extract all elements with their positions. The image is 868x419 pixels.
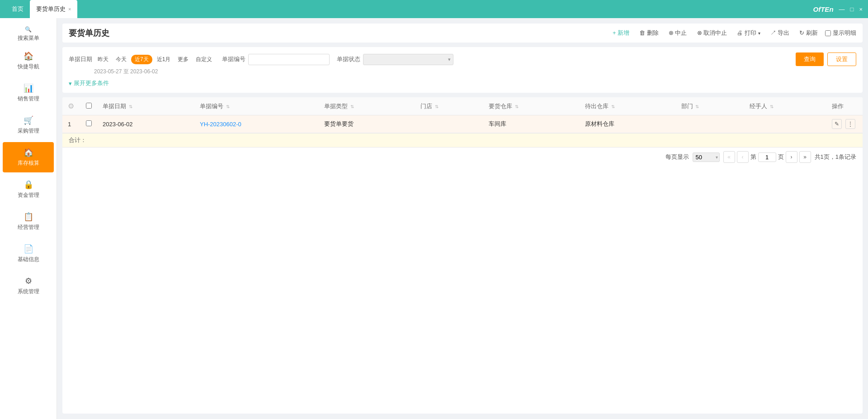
search-icon: 🔍 — [25, 26, 32, 33]
sidebar-item-operations[interactable]: 📋 经营管理 — [3, 206, 54, 237]
tab-home[interactable]: 首页 — [5, 0, 30, 18]
th-type-label: 单据类型 — [324, 103, 348, 110]
select-all-checkbox[interactable] — [86, 103, 92, 109]
tab-order-history[interactable]: 要货单历史 × — [30, 0, 77, 18]
stop-label: ⊗ 中止 — [669, 29, 687, 37]
date-shortcuts: 昨天 今天 近7天 近1月 更多 自定义 — [95, 55, 215, 64]
sort-handler-icon[interactable]: ⇅ — [770, 104, 774, 109]
export-button[interactable]: ↗ 导出 — [768, 27, 793, 39]
sidebar-item-basic[interactable]: 📄 基础信息 — [3, 238, 54, 269]
page-nav: « ‹ 第 页 › » — [723, 151, 811, 163]
orderno-filter: 单据编号 — [222, 54, 330, 65]
new-button[interactable]: + 新增 — [610, 27, 632, 39]
data-table: ⚙ 单据日期 ⇅ 单据编号 ⇅ — [62, 97, 863, 133]
th-ops: 操作 — [826, 97, 863, 115]
sidebar-item-sales-label: 销售管理 — [18, 95, 39, 103]
print-button[interactable]: 🖨 打印 ▾ — [734, 27, 763, 39]
shortcut-7days[interactable]: 近7天 — [131, 55, 152, 64]
system-icon: ⚙ — [25, 276, 32, 286]
th-orderno-label: 单据编号 — [200, 103, 223, 110]
sort-type-icon[interactable]: ⇅ — [350, 104, 354, 109]
orderno-input[interactable] — [248, 54, 330, 65]
sidebar-item-purchase[interactable]: 🛒 采购管理 — [3, 110, 54, 140]
row-select-checkbox[interactable] — [86, 120, 92, 126]
shortcut-custom[interactable]: 自定义 — [193, 55, 215, 64]
cancel-stop-label: ⊗ 取消中止 — [697, 29, 727, 37]
page-size-wrapper: 50 20 100 ▾ — [693, 152, 720, 162]
table-settings-icon[interactable]: ⚙ — [68, 102, 74, 110]
cancel-stop-button[interactable]: ⊗ 取消中止 — [694, 27, 730, 39]
sort-warehouse-icon[interactable]: ⇅ — [515, 104, 519, 109]
next-page-btn[interactable]: › — [786, 151, 797, 163]
expand-more-icon: ▾ — [69, 80, 72, 87]
status-select[interactable] — [363, 54, 453, 65]
th-warehouse-label: 要货仓库 — [489, 103, 512, 110]
sort-dept-icon[interactable]: ⇅ — [695, 104, 699, 109]
content-area: 要货单历史 + 新增 🗑 删除 ⊗ 中止 ⊗ 取消中止 🖨 打印 ▾ — [57, 18, 868, 419]
sidebar-item-sales[interactable]: 📊 销售管理 — [3, 78, 54, 108]
page-size-select[interactable]: 50 20 100 — [693, 152, 720, 162]
main-layout: 🔍 搜索菜单 🏠 快捷导航 📊 销售管理 🛒 采购管理 🏠 库存核算 🔒 资金管… — [0, 18, 868, 419]
query-button[interactable]: 查询 — [796, 52, 824, 66]
date-range-text: 2023-05-27 至 2023-06-02 — [94, 68, 158, 75]
filter-settings-button[interactable]: 设置 — [827, 52, 856, 66]
minimize-btn[interactable]: — — [839, 6, 845, 13]
date-filter: 单据日期 昨天 今天 近7天 近1月 更多 自定义 — [69, 55, 215, 64]
row-orderno-link[interactable]: YH-20230602-0 — [200, 121, 241, 128]
close-btn[interactable]: × — [859, 6, 863, 13]
date-range-display: 2023-05-27 至 2023-06-02 — [69, 68, 856, 76]
stop-button[interactable]: ⊗ 中止 — [666, 27, 690, 39]
row-department — [676, 115, 744, 133]
shortcut-icon: 🏠 — [24, 51, 33, 61]
expand-more-label: 展开更多条件 — [74, 79, 109, 87]
delete-button[interactable]: 🗑 删除 — [637, 27, 661, 39]
sidebar-item-finance[interactable]: 🔒 资金管理 — [3, 174, 54, 205]
shortcut-more[interactable]: 更多 — [175, 55, 191, 64]
display-detail-checkbox[interactable] — [825, 30, 831, 36]
ops-btns: ✎ ⋮ — [832, 119, 857, 129]
row-pending-warehouse: 原材料仓库 — [580, 115, 676, 133]
row-edit-btn[interactable]: ✎ — [832, 119, 842, 129]
total-info: 共1页，1条记录 — [815, 153, 856, 161]
orderno-label: 单据编号 — [222, 55, 245, 63]
sidebar-item-basic-label: 基础信息 — [18, 256, 39, 263]
th-type: 单据类型 ⇅ — [319, 97, 415, 115]
tab-home-label: 首页 — [12, 5, 24, 13]
table-header-row: ⚙ 单据日期 ⇅ 单据编号 ⇅ — [62, 97, 863, 115]
sidebar: 🔍 搜索菜单 🏠 快捷导航 📊 销售管理 🛒 采购管理 🏠 库存核算 🔒 资金管… — [0, 18, 57, 419]
expand-more-btn[interactable]: ▾ 展开更多条件 — [69, 79, 856, 87]
sidebar-search[interactable]: 🔍 搜索菜单 — [0, 22, 57, 45]
window-controls: OfTEn — □ × — [813, 5, 863, 13]
last-page-btn[interactable]: » — [799, 151, 811, 163]
maximize-btn[interactable]: □ — [850, 6, 854, 13]
basic-icon: 📄 — [24, 244, 33, 254]
display-detail-toggle[interactable]: 显示明细 — [825, 29, 856, 37]
sidebar-item-system[interactable]: ⚙ 系统管理 — [3, 271, 54, 301]
table-row: 1 2023-06-02 YH-20230602-0 要货单要货 车间库 原材料… — [62, 115, 863, 133]
shortcut-yesterday[interactable]: 昨天 — [95, 55, 111, 64]
filter-bar: 单据日期 昨天 今天 近7天 近1月 更多 自定义 单据编号 — [62, 47, 863, 93]
tab-order-history-label: 要货单历史 — [36, 5, 66, 13]
row-date: 2023-06-02 — [97, 115, 194, 133]
th-ops-label: 操作 — [832, 103, 844, 110]
first-page-btn[interactable]: « — [723, 151, 735, 163]
page-title: 要货单历史 — [69, 28, 109, 38]
th-date-label: 单据日期 — [103, 103, 126, 110]
sort-pending-icon[interactable]: ⇅ — [611, 104, 615, 109]
refresh-button[interactable]: ↻ 刷新 — [797, 27, 821, 39]
sort-store-icon[interactable]: ⇅ — [435, 104, 439, 109]
sidebar-item-shortcut-label: 快捷导航 — [18, 63, 39, 71]
shortcut-today[interactable]: 今天 — [113, 55, 129, 64]
page-input[interactable] — [758, 152, 776, 162]
th-department: 部门 ⇅ — [676, 97, 744, 115]
th-pending-warehouse: 待出仓库 ⇅ — [580, 97, 676, 115]
export-label: ↗ 导出 — [770, 29, 790, 37]
prev-page-btn[interactable]: ‹ — [737, 151, 749, 163]
row-more-btn[interactable]: ⋮ — [845, 119, 855, 129]
sort-date-icon[interactable]: ⇅ — [129, 104, 132, 109]
close-tab-icon[interactable]: × — [68, 6, 71, 12]
sidebar-item-inventory[interactable]: 🏠 库存核算 — [3, 142, 54, 172]
shortcut-1month[interactable]: 近1月 — [154, 55, 174, 64]
sidebar-item-shortcut[interactable]: 🏠 快捷导航 — [3, 46, 54, 76]
sort-orderno-icon[interactable]: ⇅ — [226, 104, 230, 109]
